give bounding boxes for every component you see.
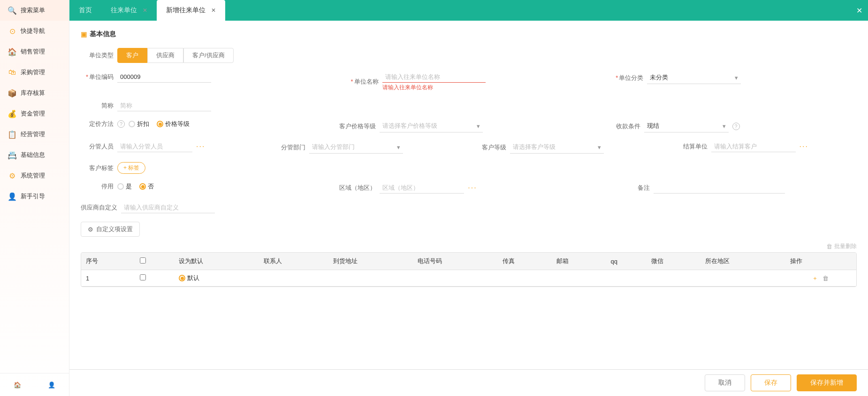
unit-name-field: *单位名称 请输入往来单位名称 (346, 71, 592, 92)
pricing-row: 定价方法 ? 折扣 价格等级 客户价格等级 请选择客户价格等级 (81, 120, 857, 132)
manager-input[interactable] (117, 141, 192, 152)
settlement-unit-input[interactable] (711, 141, 796, 152)
disable-radio-group: 是 否 (117, 182, 154, 191)
col-qq: qq (606, 253, 646, 270)
pricing-help-icon[interactable]: ? (117, 120, 125, 128)
payment-help-icon[interactable]: ? (732, 123, 740, 130)
disable-region-row: 停用 是 否 区域（地区） ··· 备注 (81, 182, 857, 194)
region-label: 区域（地区） (339, 184, 376, 192)
cell-address (328, 270, 413, 287)
sidebar-item-sales[interactable]: 🏠 销售管理 (0, 41, 69, 62)
sidebar-item-label: 采购管理 (21, 68, 45, 77)
disable-yes-radio[interactable] (117, 183, 124, 190)
col-wechat: 微信 (647, 253, 700, 270)
tab-add-unit-label: 新增往来单位 (166, 6, 206, 15)
disable-field: 停用 是 否 (81, 182, 320, 191)
customer-level-label: 客户等级 (473, 143, 506, 152)
unit-category-label: *单位分类 (610, 74, 643, 82)
region-input[interactable] (380, 182, 464, 194)
tab-transaction-units-close[interactable]: ✕ (143, 7, 147, 14)
batch-delete-area[interactable]: 🗑 批量删除 (81, 242, 857, 250)
default-radio-option[interactable]: 默认 (179, 274, 254, 282)
disable-yes-label: 是 (126, 182, 132, 191)
region-more-icon[interactable]: ··· (468, 184, 477, 192)
pricing-discount-option[interactable]: 折扣 (129, 120, 149, 128)
add-tag-label: + 标签 (123, 164, 139, 172)
customer-price-level-select[interactable]: 请选择客户价格等级 ▾ (380, 120, 483, 132)
sidebar-item-label: 资金管理 (21, 109, 45, 118)
sidebar-item-system[interactable]: ⚙ 系统管理 (0, 165, 69, 186)
pricing-discount-radio[interactable] (129, 121, 135, 127)
add-tag-button[interactable]: + 标签 (117, 162, 145, 174)
cell-fax (498, 270, 552, 287)
unit-code-field: *单位编码 (81, 71, 327, 83)
contact-table: 序号 设为默认 联系人 到货地址 电话号码 传真 邮箱 qq 微信 所在地区 操… (81, 252, 857, 287)
payment-terms-select[interactable]: 现结 ▾ (644, 120, 729, 132)
quick-nav-icon: ⊙ (8, 26, 17, 36)
tab-home-label: 首页 (79, 6, 92, 15)
unit-category-select[interactable]: 未分类 ▾ (647, 71, 741, 84)
save-button[interactable]: 保存 (751, 374, 791, 391)
cell-email (552, 270, 606, 287)
window-close-button[interactable]: ✕ (856, 6, 862, 15)
basic-info-icon: 📇 (8, 150, 17, 160)
customer-level-field: 客户等级 请选择客户等级 ▾ (473, 141, 656, 154)
select-all-checkbox[interactable] (140, 257, 146, 264)
batch-delete-icon: 🗑 (826, 243, 832, 250)
sidebar-item-operations[interactable]: 📋 经营管理 (0, 124, 69, 145)
short-name-input[interactable] (117, 100, 211, 111)
department-label: 分管部门 (273, 143, 305, 152)
unit-type-both-btn[interactable]: 客户/供应商 (183, 48, 234, 63)
sidebar-item-inventory[interactable]: 📦 库存核算 (0, 83, 69, 103)
custom-settings-button[interactable]: ⚙ 自定义项设置 (81, 222, 140, 237)
sidebar-user-icon[interactable]: 👤 (44, 377, 59, 392)
supplier-custom-input[interactable] (121, 202, 215, 213)
department-field: 分管部门 请输入分管部门 ▾ (273, 141, 455, 154)
delete-row-icon[interactable]: 🗑 (822, 275, 829, 282)
customer-level-select[interactable]: 请选择客户等级 ▾ (510, 141, 604, 154)
disable-no-radio[interactable] (139, 183, 146, 190)
unit-type-supplier-btn[interactable]: 供应商 (147, 48, 183, 63)
disable-no-option[interactable]: 否 (139, 182, 154, 191)
inventory-icon: 📦 (8, 88, 17, 98)
save-add-button[interactable]: 保存并新增 (797, 374, 857, 391)
sidebar-bottom: 🏠 👤 (0, 373, 69, 396)
department-select[interactable]: 请输入分管部门 ▾ (309, 141, 403, 154)
supplier-custom-label: 供应商自定义 (81, 203, 117, 212)
pricing-level-radio[interactable] (157, 121, 163, 127)
sidebar-home-icon[interactable]: 🏠 (10, 377, 25, 392)
manager-more-icon[interactable]: ··· (196, 142, 205, 151)
sidebar: 🔍 搜索菜单 ⊙ 快捷导航 🏠 销售管理 🛍 采购管理 📦 库存核算 💰 资金管… (0, 0, 69, 396)
pricing-level-option[interactable]: 价格等级 (157, 120, 190, 128)
remark-input[interactable] (654, 182, 785, 194)
unit-name-input[interactable] (382, 71, 486, 83)
settings-icon: ⚙ (88, 226, 93, 233)
default-radio[interactable] (179, 275, 185, 281)
sidebar-item-guide[interactable]: 👤 新手引导 (0, 186, 69, 207)
batch-delete-label: 批量删除 (834, 242, 857, 250)
operations-icon: 📋 (8, 130, 17, 139)
sidebar-item-finance[interactable]: 💰 资金管理 (0, 103, 69, 124)
add-row-icon[interactable]: + (813, 275, 817, 282)
manager-label: 分管人员 (81, 142, 114, 151)
disable-yes-option[interactable]: 是 (117, 182, 132, 191)
row-checkbox[interactable] (140, 274, 146, 280)
unit-code-input[interactable] (117, 71, 211, 83)
unit-type-customer-btn[interactable]: 客户 (117, 48, 147, 63)
sidebar-item-search[interactable]: 🔍 搜索菜单 (0, 0, 69, 21)
tab-home[interactable]: 首页 (69, 0, 101, 21)
chevron-down-icon-payment: ▾ (723, 123, 726, 130)
cell-phone (413, 270, 498, 287)
sidebar-item-basic-info[interactable]: 📇 基础信息 (0, 145, 69, 165)
sidebar-item-purchase[interactable]: 🛍 采购管理 (0, 62, 69, 83)
settlement-more-icon[interactable]: ··· (799, 142, 808, 151)
customer-level-placeholder: 请选择客户等级 (513, 143, 556, 151)
sidebar-item-label: 搜索菜单 (21, 6, 45, 15)
main-area: 首页 往来单位 ✕ 新增往来单位 ✕ ✕ ▣ 基本信息 单位类型 客户 供应商 … (69, 0, 868, 396)
tab-add-unit[interactable]: 新增往来单位 ✕ (157, 0, 225, 21)
tab-transaction-units[interactable]: 往来单位 ✕ (101, 0, 157, 21)
sidebar-item-label: 基础信息 (21, 151, 45, 159)
tab-add-unit-close[interactable]: ✕ (211, 7, 216, 14)
cancel-button[interactable]: 取消 (705, 374, 745, 391)
sidebar-item-quick-nav[interactable]: ⊙ 快捷导航 (0, 21, 69, 41)
